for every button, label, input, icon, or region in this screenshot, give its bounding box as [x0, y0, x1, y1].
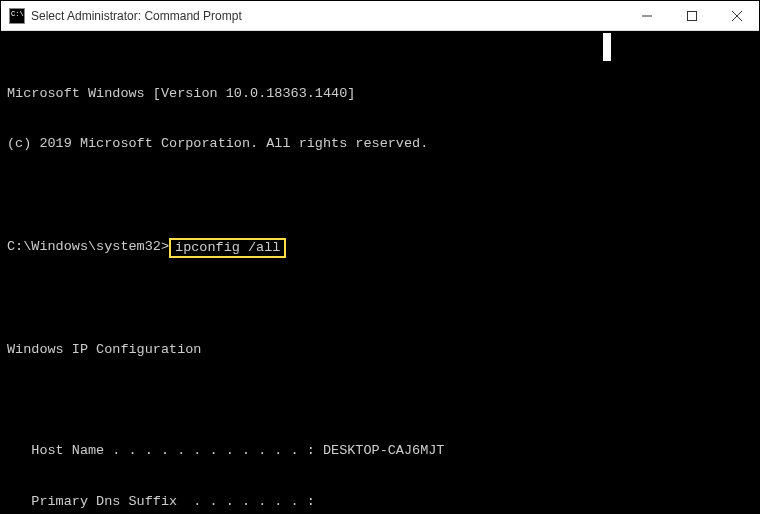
version-line: Microsoft Windows [Version 10.0.18363.14… — [7, 86, 753, 103]
terminal-output[interactable]: Microsoft Windows [Version 10.0.18363.14… — [1, 31, 759, 513]
blank-line — [7, 393, 753, 410]
output-row: Host Name . . . . . . . . . . . . : DESK… — [7, 443, 753, 460]
svg-rect-1 — [687, 11, 696, 20]
maximize-button[interactable] — [669, 1, 714, 30]
section-header: Windows IP Configuration — [7, 342, 753, 359]
prompt-line: C:\Windows\system32>ipconfig /all — [7, 238, 753, 258]
command-text: ipconfig /all — [175, 240, 280, 255]
titlebar: Select Administrator: Command Prompt — [1, 1, 759, 31]
command-highlight: ipconfig /all — [169, 238, 286, 258]
window-title: Select Administrator: Command Prompt — [31, 9, 624, 23]
text-cursor — [603, 33, 611, 61]
close-button[interactable] — [714, 1, 759, 30]
output-row: Primary Dns Suffix . . . . . . . : — [7, 494, 753, 511]
prompt-path: C:\Windows\system32> — [7, 239, 169, 256]
copyright-line: (c) 2019 Microsoft Corporation. All righ… — [7, 136, 753, 153]
command-prompt-window: Select Administrator: Command Prompt Mic… — [0, 0, 760, 514]
cmd-icon — [9, 8, 25, 24]
blank-line — [7, 291, 753, 308]
window-controls — [624, 1, 759, 30]
minimize-button[interactable] — [624, 1, 669, 30]
blank-line — [7, 187, 753, 204]
